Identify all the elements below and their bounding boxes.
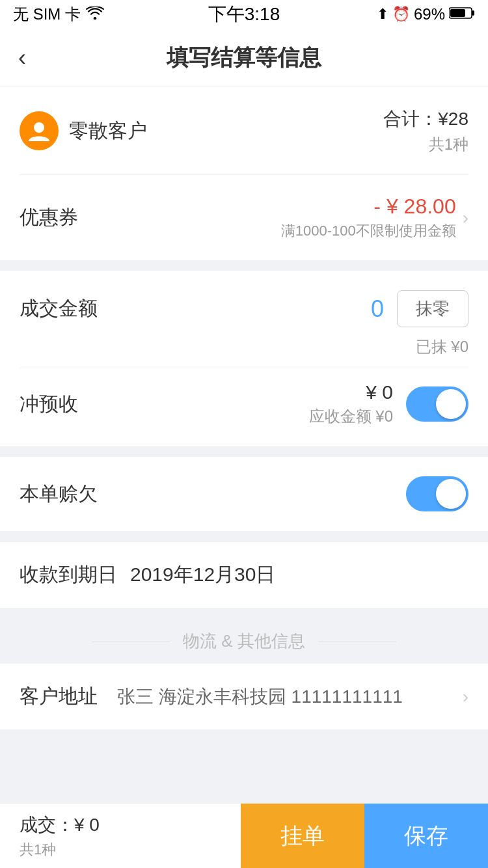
back-button[interactable]: ‹ (18, 44, 26, 72)
content-area: 零散客户 合计：¥28 共1种 优惠券 - ¥ 28.00 满1000-100不… (0, 87, 488, 805)
chevron-right-icon: › (463, 208, 468, 228)
status-right: ⬆ ⏰ 69% (377, 5, 475, 23)
debt-toggle-knob (436, 479, 466, 509)
customer-name: 零散客户 (69, 118, 147, 144)
section-gap-1 (0, 260, 488, 271)
location-icon: ⬆ (377, 6, 388, 23)
battery-icon (449, 5, 475, 23)
status-bar: 无 SIM 卡 下午3:18 ⬆ ⏰ 69% (0, 0, 488, 29)
save-button[interactable]: 保存 (364, 804, 488, 869)
precollect-value: ¥ 0 (309, 381, 393, 403)
precollect-amounts: ¥ 0 应收金额 ¥0 (309, 381, 393, 427)
deal-amount-section: 成交金额 0 抹零 已抹 ¥0 冲预收 ¥ 0 应收金额 ¥0 (0, 271, 488, 446)
status-time: 下午3:18 (208, 2, 280, 27)
precollect-label: 冲预收 (20, 391, 78, 418)
deal-amount-label: 成交金额 (20, 295, 98, 322)
precollect-toggle[interactable] (406, 387, 468, 422)
svg-point-3 (34, 122, 44, 133)
customer-right: 合计：¥28 共1种 (383, 107, 468, 155)
toggle-knob (436, 389, 466, 419)
bottom-info: 成交：¥ 0 共1种 (0, 813, 241, 860)
total-amount: 合计：¥28 (383, 107, 468, 131)
due-date-card: 收款到期日 2019年12月30日 (0, 541, 488, 608)
round-button[interactable]: 抹零 (397, 290, 468, 327)
coupon-label: 优惠券 (20, 204, 78, 231)
already-rounded-text: 已抹 ¥0 (20, 334, 468, 368)
svg-rect-1 (472, 10, 474, 16)
address-chevron-icon: › (463, 686, 468, 707)
due-date-value: 2019年12月30日 (130, 562, 275, 588)
customer-card: 零散客户 合计：¥28 共1种 优惠券 - ¥ 28.00 满1000-100不… (0, 87, 488, 260)
hang-button[interactable]: 挂单 (241, 804, 364, 869)
logistics-separator: 物流 & 其他信息 (0, 618, 488, 664)
logistics-label: 物流 & 其他信息 (79, 630, 409, 653)
total-count: 共1种 (383, 134, 468, 155)
address-value: 张三 海淀永丰科技园 11111111111 (117, 685, 463, 709)
page-title: 填写结算等信息 (167, 43, 321, 73)
precollect-receivable: 应收金额 ¥0 (309, 406, 393, 427)
customer-row: 零散客户 合计：¥28 共1种 (0, 87, 488, 174)
deal-amount-value: 0 (371, 295, 384, 323)
svg-rect-2 (450, 9, 465, 17)
address-label: 客户地址 (20, 683, 98, 710)
bottom-count: 共1种 (20, 840, 221, 860)
coupon-right: - ¥ 28.00 满1000-100不限制使用金额 › (281, 195, 468, 241)
precollect-row: 冲预收 ¥ 0 应收金额 ¥0 (20, 368, 468, 446)
customer-left: 零散客户 (20, 111, 147, 150)
bottom-deal-value: ¥ 0 (74, 815, 100, 835)
alarm-icon: ⏰ (392, 6, 410, 23)
deal-amount-row: 成交金额 0 抹零 (20, 271, 468, 334)
nav-bar: ‹ 填写结算等信息 (0, 29, 488, 87)
debt-toggle[interactable] (406, 476, 468, 511)
precollect-right: ¥ 0 应收金额 ¥0 (309, 381, 468, 427)
section-gap-3 (0, 608, 488, 618)
coupon-row[interactable]: 优惠券 - ¥ 28.00 满1000-100不限制使用金额 › (0, 175, 488, 260)
deal-amount-right: 0 抹零 (371, 290, 468, 327)
status-left: 无 SIM 卡 (13, 4, 104, 25)
coupon-description: 满1000-100不限制使用金额 (281, 221, 456, 241)
section-gap-2 (0, 446, 488, 457)
bottom-deal-amount: 成交：¥ 0 (20, 813, 221, 837)
debt-section: 本单赊欠 (0, 457, 488, 531)
address-row[interactable]: 客户地址 张三 海淀永丰科技园 11111111111 › (0, 664, 488, 729)
coupon-value: - ¥ 28.00 (281, 195, 456, 219)
bottom-bar: 成交：¥ 0 共1种 挂单 保存 (0, 803, 488, 868)
debt-label: 本单赊欠 (20, 481, 98, 508)
wifi-icon (86, 5, 104, 23)
avatar (20, 111, 59, 150)
battery-text: 69% (414, 5, 445, 23)
due-date-label: 收款到期日 (20, 562, 117, 588)
due-date-row[interactable]: 收款到期日 2019年12月30日 (0, 542, 488, 608)
carrier-text: 无 SIM 卡 (13, 4, 81, 25)
address-card: 客户地址 张三 海淀永丰科技园 11111111111 › (0, 664, 488, 729)
bottom-deal-label: 成交： (20, 815, 74, 835)
